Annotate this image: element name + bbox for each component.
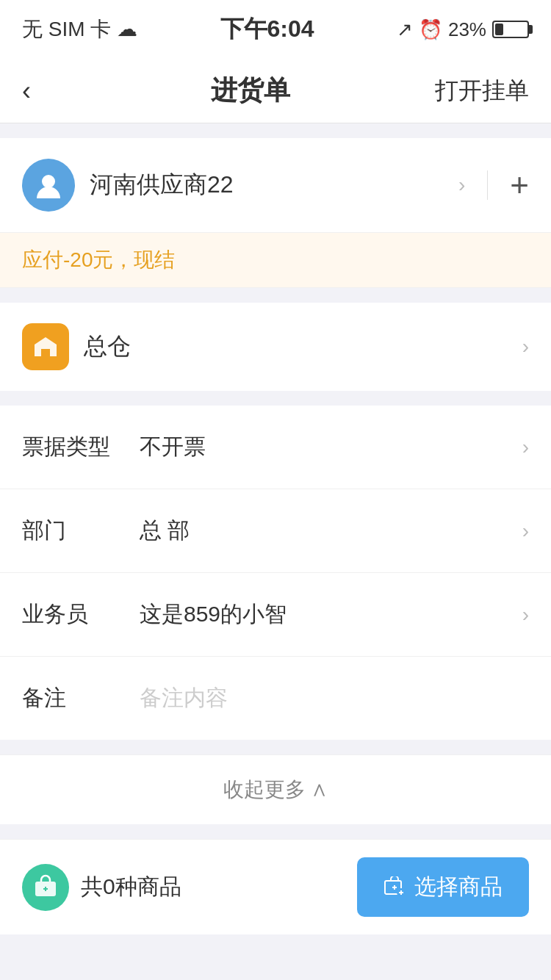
open-pending-button[interactable]: 打开挂单 [435, 75, 529, 107]
supplier-divider [487, 170, 488, 200]
warehouse-icon [22, 323, 69, 370]
invoice-type-label: 票据类型 [22, 432, 125, 462]
salesperson-value: 这是859的小智 [140, 599, 522, 630]
department-chevron-icon: › [522, 519, 529, 543]
supplier-row[interactable]: 河南供应商22 › + [0, 138, 551, 233]
warehouse-name: 总仓 [84, 331, 522, 363]
salesperson-row[interactable]: 业务员 这是859的小智 › [0, 573, 551, 657]
svg-point-0 [42, 175, 55, 188]
invoice-type-value: 不开票 [140, 432, 522, 462]
remark-input[interactable]: 备注内容 [140, 683, 529, 713]
status-bar: 无 SIM 卡 ☁ 下午6:04 ↗ ⏰ 23% [0, 0, 551, 59]
select-product-button[interactable]: 选择商品 [357, 857, 529, 917]
invoice-type-chevron-icon: › [522, 436, 529, 459]
status-time: 下午6:04 [220, 13, 314, 46]
alarm-icon: ⏰ [419, 18, 442, 41]
remark-row[interactable]: 备注 备注内容 [0, 657, 551, 740]
collapse-text: 收起更多 ∧ [223, 776, 328, 804]
product-count: 共0种商品 [81, 872, 357, 902]
battery-icon [492, 21, 529, 38]
form-section: 票据类型 不开票 › 部门 总 部 › 业务员 这是859的小智 › 备注 备注… [0, 406, 551, 740]
salesperson-label: 业务员 [22, 599, 125, 630]
warehouse-row[interactable]: 总仓 › [0, 303, 551, 391]
sim-label: 无 SIM 卡 ☁ [22, 15, 137, 43]
salesperson-chevron-icon: › [522, 603, 529, 627]
department-value: 总 部 [140, 516, 522, 546]
location-icon: ↗ [397, 18, 413, 41]
collapse-row[interactable]: 收起更多 ∧ [0, 754, 551, 824]
notice-banner: 应付-20元，现结 [0, 233, 551, 288]
page-title: 进货单 [211, 73, 290, 109]
warehouse-chevron-icon: › [522, 335, 529, 359]
department-row[interactable]: 部门 总 部 › [0, 489, 551, 573]
supplier-section: 河南供应商22 › + 应付-20元，现结 [0, 138, 551, 288]
status-right: ↗ ⏰ 23% [397, 18, 529, 41]
supplier-name: 河南供应商22 [90, 169, 458, 201]
invoice-type-row[interactable]: 票据类型 不开票 › [0, 406, 551, 489]
status-left: 无 SIM 卡 ☁ [22, 15, 137, 43]
supplier-avatar [22, 159, 75, 212]
back-button[interactable]: ‹ [22, 76, 66, 107]
department-label: 部门 [22, 516, 125, 546]
remark-label: 备注 [22, 683, 125, 713]
nav-bar: ‹ 进货单 打开挂单 [0, 59, 551, 123]
select-product-label: 选择商品 [414, 872, 503, 902]
bottom-bar: 共0种商品 选择商品 [0, 839, 551, 934]
product-icon-wrap [22, 864, 69, 911]
add-supplier-button[interactable]: + [510, 169, 529, 201]
divider-1 [0, 123, 551, 138]
svg-rect-1 [41, 349, 50, 356]
battery-percent: 23% [448, 18, 486, 41]
supplier-chevron-icon: › [458, 173, 465, 197]
